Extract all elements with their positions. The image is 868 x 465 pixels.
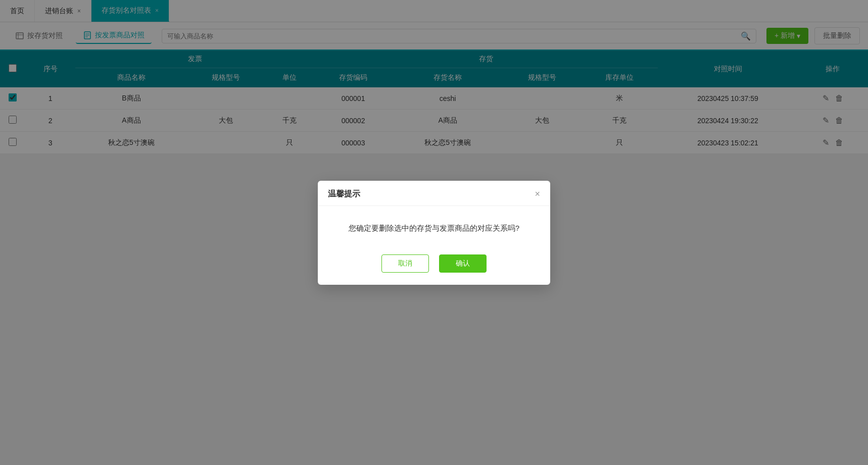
overlay: 温馨提示 × 您确定要删除选中的存货与发票商品的对应关系吗? 取消 确认 [0, 0, 868, 154]
